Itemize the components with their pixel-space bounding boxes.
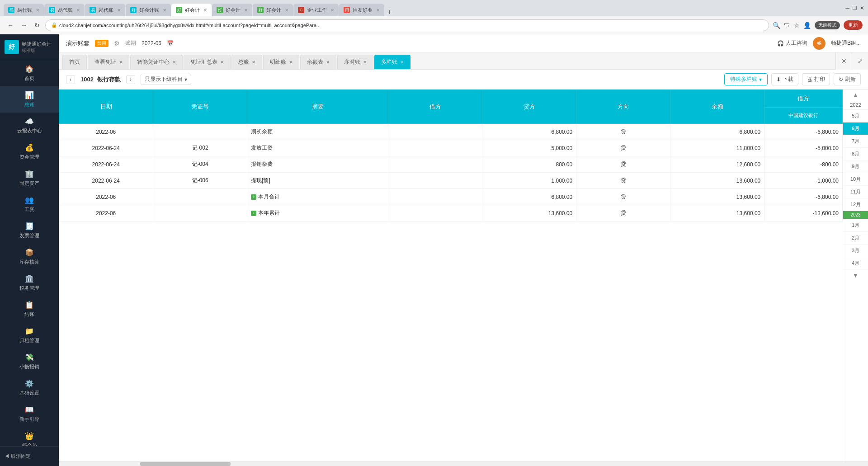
download-button[interactable]: ⬇ 下载 xyxy=(771,73,798,85)
sidebar-item-8[interactable]: 🏛️税务管理 xyxy=(0,270,59,296)
browser-tab-t7[interactable]: 好好会计✕ xyxy=(253,4,293,16)
month-item-2022-6月[interactable]: 6月 xyxy=(843,122,868,135)
refresh-button[interactable]: ↻ 刷新 xyxy=(834,73,861,85)
cell-1-1[interactable]: 记-002 xyxy=(153,140,247,156)
sidebar-item-14[interactable]: 👑畅会员 xyxy=(0,427,59,446)
tab-close-icon[interactable]: ✕ xyxy=(330,8,334,13)
next-account-button[interactable]: › xyxy=(126,75,135,84)
tab-close-icon[interactable]: ✕ xyxy=(244,8,248,13)
month-item-2022-12月[interactable]: 12月 xyxy=(843,198,868,211)
tab-close-icon[interactable]: ✕ xyxy=(163,8,166,13)
sidebar-item-12[interactable]: ⚙️基础设置 xyxy=(0,375,59,401)
page-tab-8[interactable]: 多栏账 ✕ xyxy=(374,55,410,69)
sidebar-item-0[interactable]: 🏠首页 xyxy=(0,60,59,86)
minimize-button[interactable]: ─ xyxy=(845,5,849,11)
month-item-2023-1月[interactable]: 1月 xyxy=(843,219,868,232)
tab-close-icon[interactable]: ✕ xyxy=(36,8,39,13)
browser-tab-t5[interactable]: 好好会计✕ xyxy=(171,4,212,16)
page-tab-7[interactable]: 序时账 ✕ xyxy=(337,55,373,69)
page-tab-close-icon[interactable]: ✕ xyxy=(363,60,367,65)
sidebar-item-3[interactable]: 💰资金管理 xyxy=(0,139,59,165)
reload-button[interactable]: ↻ xyxy=(33,21,42,30)
settings-icon[interactable]: ⚙ xyxy=(114,40,120,47)
browser-tab-t1[interactable]: 易易代账✕ xyxy=(4,4,44,16)
sidebar-item-1[interactable]: 📊总账 xyxy=(0,86,59,113)
customer-service-button[interactable]: 🎧 人工咨询 xyxy=(777,39,807,47)
page-tab-close-icon[interactable]: ✕ xyxy=(326,60,330,65)
sidebar-item-13[interactable]: 📖新手引导 xyxy=(0,401,59,427)
unpin-button[interactable]: ◀ 取消固定 xyxy=(5,451,54,461)
page-tab-label: 明细账 xyxy=(270,58,286,66)
tab-close-icon[interactable]: ✕ xyxy=(376,8,380,13)
tab-close-icon[interactable]: ✕ xyxy=(285,8,288,13)
star-icon[interactable]: ☆ xyxy=(794,22,800,29)
page-tab-close-icon[interactable]: ✕ xyxy=(289,60,292,65)
page-tab-close-icon[interactable]: ✕ xyxy=(119,60,123,65)
cell-2-1[interactable]: 记-004 xyxy=(153,156,247,173)
prev-account-button[interactable]: ‹ xyxy=(66,75,75,84)
page-tab-4[interactable]: 总账 ✕ xyxy=(231,55,262,69)
table-area[interactable]: 日期凭证号摘要借方贷方方向余额借方中国建设银行 2022-06期初余额6,800… xyxy=(59,89,843,461)
sidebar-item-10[interactable]: 📁归档管理 xyxy=(0,322,59,348)
page-tab-3[interactable]: 凭证汇总表 ✕ xyxy=(184,55,231,69)
month-nav-down[interactable]: ▼ xyxy=(851,270,861,281)
sidebar-item-11[interactable]: 💸小畅报销 xyxy=(0,348,59,375)
calendar-icon[interactable]: 📅 xyxy=(167,40,174,47)
scrollbar-thumb[interactable] xyxy=(140,462,231,466)
month-item-2023-2月[interactable]: 2月 xyxy=(843,232,868,245)
close-window-button[interactable]: ✕ xyxy=(860,5,864,11)
sidebar-item-7[interactable]: 📦库存核算 xyxy=(0,244,59,270)
back-button[interactable]: ← xyxy=(5,21,15,30)
tab-close-icon[interactable]: ✕ xyxy=(203,8,207,13)
page-tab-5[interactable]: 明细账 ✕ xyxy=(263,55,299,69)
page-tab-1[interactable]: 查看凭证 ✕ xyxy=(88,55,129,69)
page-tab-0[interactable]: 首页 xyxy=(62,55,87,69)
page-tab-close-icon[interactable]: ✕ xyxy=(220,60,224,65)
browser-tab-t3[interactable]: 易易代账✕ xyxy=(85,4,125,16)
month-item-2022-11月[interactable]: 11月 xyxy=(843,186,868,198)
browser-tab-t8[interactable]: C企业工作✕ xyxy=(293,4,339,16)
tab-close-icon[interactable]: ✕ xyxy=(117,8,121,13)
browser-tab-t9[interactable]: 用用友好业✕ xyxy=(339,4,384,16)
horizontal-scrollbar[interactable] xyxy=(59,461,868,466)
page-tab-close-icon[interactable]: ✕ xyxy=(400,60,404,65)
browser-tab-t6[interactable]: 好好会计✕ xyxy=(212,4,252,16)
print-button[interactable]: 🖨 打印 xyxy=(802,73,830,85)
sidebar-item-2[interactable]: ☁️云报表中心 xyxy=(0,113,59,139)
search-icon[interactable]: 🔍 xyxy=(773,22,780,29)
sidebar-item-4[interactable]: 🏢固定资产 xyxy=(0,165,59,191)
page-tab-close-icon[interactable]: ✕ xyxy=(252,60,255,65)
profile-icon[interactable]: 👤 xyxy=(803,22,811,29)
header-right: 🎧 人工咨询 畅 畅捷通B组... xyxy=(777,37,861,50)
incognito-mode-button[interactable]: 无痕模式 xyxy=(815,21,840,29)
month-item-2022-5月[interactable]: 5月 xyxy=(843,110,868,122)
browser-tab-t2[interactable]: 易易代账✕ xyxy=(44,4,85,16)
sidebar-item-9[interactable]: 📋结账 xyxy=(0,296,59,322)
month-item-2022-7月[interactable]: 7月 xyxy=(843,135,868,148)
page-tab-2[interactable]: 智能凭证中心 ✕ xyxy=(130,55,183,69)
new-tab-button[interactable]: + xyxy=(385,8,394,16)
tab-close-icon[interactable]: ✕ xyxy=(76,8,80,13)
page-tab-6[interactable]: 余额表 ✕ xyxy=(300,55,336,69)
sidebar-icon-2: ☁️ xyxy=(25,117,34,126)
month-nav-up[interactable]: ▲ xyxy=(851,89,861,100)
month-item-2022-8月[interactable]: 8月 xyxy=(843,148,868,160)
update-button[interactable]: 更新 xyxy=(844,20,863,30)
browser-tab-t4[interactable]: 好好会计账✕ xyxy=(126,4,171,16)
shield-icon[interactable]: 🛡 xyxy=(784,22,790,29)
month-item-2022-9月[interactable]: 9月 xyxy=(843,160,868,173)
cell-3-1[interactable]: 记-006 xyxy=(153,173,247,189)
page-tab-close-icon[interactable]: ✕ xyxy=(172,60,176,65)
sub-account-filter[interactable]: 只显示下级科目 ▾ xyxy=(141,74,191,85)
forward-button[interactable]: → xyxy=(19,21,29,30)
expand-panel-button[interactable]: ⤢ xyxy=(852,52,868,70)
sidebar-item-6[interactable]: 🧾发票管理 xyxy=(0,217,59,244)
month-item-2022-10月[interactable]: 10月 xyxy=(843,173,868,186)
url-bar[interactable]: 🔒 cloud2.chanjet.com/accounting/uh26t264… xyxy=(45,19,769,31)
sidebar-item-5[interactable]: 👥工资 xyxy=(0,191,59,217)
month-item-2023-3月[interactable]: 3月 xyxy=(843,245,868,257)
maximize-button[interactable]: ☐ xyxy=(852,5,857,11)
special-multi-ledger-button[interactable]: 特殊多栏账 ▾ xyxy=(724,73,768,85)
month-item-2023-4月[interactable]: 4月 xyxy=(843,257,868,270)
close-panel-button[interactable]: ✕ xyxy=(835,52,852,70)
